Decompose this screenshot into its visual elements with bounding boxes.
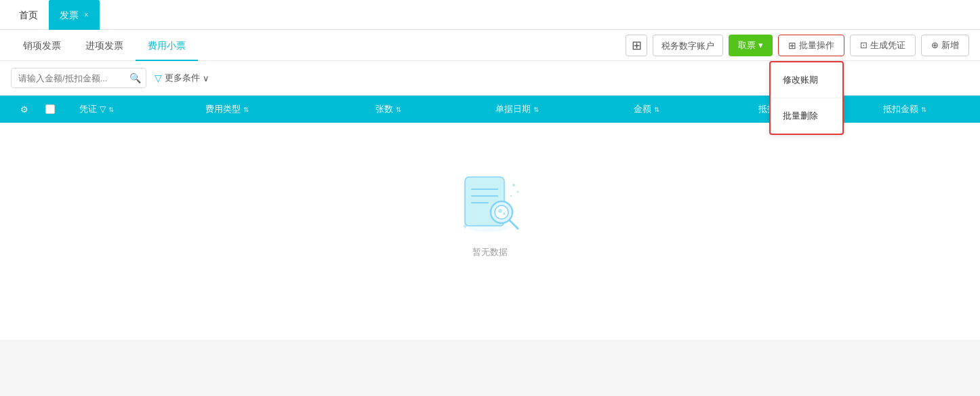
filter-chevron-icon: ∨ xyxy=(203,73,209,83)
more-filter-label: 更多条件 xyxy=(165,72,200,84)
table-col-count: 张数 ⇅ xyxy=(324,103,453,115)
table-col-expense-type: 费用类型 ⇅ xyxy=(130,103,324,115)
table-col-date: 单据日期 ⇅ xyxy=(453,103,581,115)
table-col-checkbox[interactable] xyxy=(38,104,62,114)
gen-voucher-icon: ⊡ xyxy=(860,35,867,56)
amount-label: 金额 xyxy=(634,103,651,115)
table-col-deduction-amount: 抵扣金额 ⇅ xyxy=(840,103,969,115)
new-icon: ⊕ xyxy=(931,35,939,56)
sub-nav-actions: ⊞ 税务数字账户 取票 ▾ ⊞ 批量操作 修改账期 批量删除 ⊡ 生成凭证 ⊕ … xyxy=(626,35,969,56)
table-col-amount: 金额 ⇅ xyxy=(582,103,711,115)
batch-op-dropdown: 修改账期 批量删除 xyxy=(769,61,844,135)
sub-nav-tabs: 销项发票 进项发票 费用小票 xyxy=(11,30,198,60)
more-filter-button[interactable]: ▽ 更多条件 ∨ xyxy=(155,72,209,84)
expense-type-label: 费用类型 xyxy=(205,103,241,115)
dropdown-item-modify-period[interactable]: 修改账期 xyxy=(771,62,842,98)
svg-point-12 xyxy=(517,191,519,193)
voucher-sort-icon[interactable]: ⇅ xyxy=(108,106,114,113)
tax-account-button[interactable]: 税务数字账户 xyxy=(653,35,723,56)
batch-op-label: 批量操作 xyxy=(799,35,834,56)
table-col-voucher: 凭证 ▽ ⇅ xyxy=(62,103,130,115)
take-ticket-label: 取票 xyxy=(738,35,756,56)
date-sort-icon[interactable]: ⇅ xyxy=(533,106,539,113)
invoice-tab[interactable]: 发票 × xyxy=(49,0,100,30)
gen-voucher-button[interactable]: ⊡ 生成凭证 xyxy=(850,35,916,56)
deduction-amount-label: 抵扣金额 xyxy=(883,103,918,115)
filter-icon: ▽ xyxy=(155,73,162,83)
svg-point-10 xyxy=(503,212,506,215)
table-col-settings[interactable]: ⚙ xyxy=(11,104,38,115)
search-icon[interactable]: 🔍 xyxy=(129,73,141,83)
amount-sort-icon[interactable]: ⇅ xyxy=(654,106,659,113)
batch-op-icon: ⊞ xyxy=(788,35,796,56)
new-button[interactable]: ⊕ 新增 xyxy=(921,35,969,56)
qr-icon: ⊞ xyxy=(632,38,642,53)
expense-type-sort-icon[interactable]: ⇅ xyxy=(243,106,249,113)
batch-op-button[interactable]: ⊞ 批量操作 修改账期 批量删除 xyxy=(778,35,844,56)
voucher-filter-icon[interactable]: ▽ xyxy=(100,104,106,114)
deduction-amount-sort-icon[interactable]: ⇅ xyxy=(921,106,926,113)
svg-point-9 xyxy=(498,209,502,213)
date-label: 单据日期 xyxy=(495,103,531,115)
dropdown-item-batch-delete[interactable]: 批量删除 xyxy=(771,98,842,134)
select-all-checkbox[interactable] xyxy=(45,104,55,114)
qr-code-button[interactable]: ⊞ xyxy=(626,35,647,56)
tab-sales-invoice[interactable]: 销项发票 xyxy=(11,30,73,61)
svg-point-13 xyxy=(510,195,512,197)
new-label: 新增 xyxy=(941,35,959,56)
settings-icon: ⚙ xyxy=(20,104,28,115)
count-sort-icon[interactable]: ⇅ xyxy=(396,106,401,113)
home-tab[interactable]: 首页 xyxy=(11,0,46,30)
invoice-tab-close[interactable]: × xyxy=(84,0,89,30)
empty-illustration xyxy=(453,163,527,238)
sub-nav: 销项发票 进项发票 费用小票 ⊞ 税务数字账户 取票 ▾ ⊞ 批量操作 修改账期… xyxy=(0,30,980,61)
take-ticket-button[interactable]: 取票 ▾ xyxy=(729,35,773,56)
tab-expense-receipt[interactable]: 费用小票 xyxy=(136,30,198,61)
search-wrap: 🔍 xyxy=(11,68,146,88)
take-ticket-chevron: ▾ xyxy=(758,35,763,56)
empty-state: 暂无数据 xyxy=(0,123,980,285)
invoice-tab-label: 发票 xyxy=(60,0,79,30)
voucher-label: 凭证 xyxy=(79,103,97,115)
gen-voucher-label: 生成凭证 xyxy=(870,35,905,56)
tab-purchase-invoice[interactable]: 进项发票 xyxy=(73,30,136,61)
empty-text: 暂无数据 xyxy=(472,246,508,258)
search-input[interactable] xyxy=(11,68,146,88)
top-nav: 首页 发票 × xyxy=(0,0,980,30)
svg-line-8 xyxy=(510,220,518,229)
svg-point-11 xyxy=(512,184,515,186)
count-label: 张数 xyxy=(375,103,393,115)
